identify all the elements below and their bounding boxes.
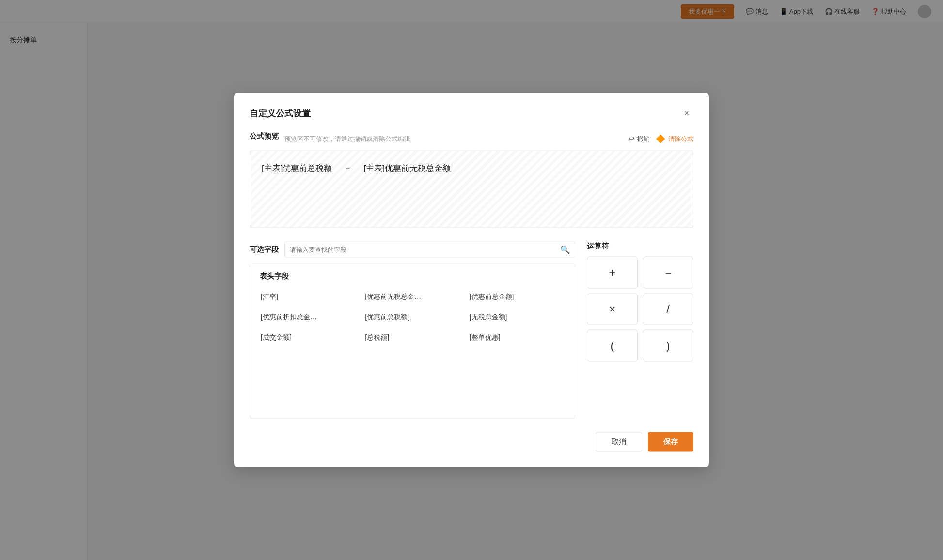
formula-preview-box: [主表]优惠前总税额 － [主表]优惠前无税总金额 <box>250 151 693 228</box>
operators-panel: 运算符 + － × / ( ) <box>587 242 693 419</box>
field-item-7[interactable]: [总税额] <box>360 327 464 348</box>
field-item-6[interactable]: [成交金额] <box>256 327 360 348</box>
formula-preview-section: 公式预览 预览区不可修改，请通过撤销或清除公式编辑 ↩ 撤销 🔶 清除公式 [主… <box>250 132 693 228</box>
field-item-2[interactable]: [优惠前总金额] <box>465 287 569 307</box>
save-button[interactable]: 保存 <box>648 432 693 452</box>
operators-grid: + － × / ( ) <box>587 257 693 362</box>
formula-token-0: [主表]优惠前总税额 <box>262 163 332 174</box>
field-item-5[interactable]: [无税总金额] <box>465 307 569 327</box>
formula-modal: 自定义公式设置 × 公式预览 预览区不可修改，请通过撤销或清除公式编辑 ↩ 撤销… <box>234 93 709 467</box>
op-minus[interactable]: － <box>643 257 693 289</box>
field-item-1[interactable]: [优惠前无税总金… <box>360 287 464 307</box>
op-right-paren[interactable]: ) <box>643 330 693 362</box>
formula-section-label: 公式预览 <box>250 132 279 141</box>
modal-footer: 取消 保存 <box>250 432 693 452</box>
modal-title: 自定义公式设置 <box>250 108 311 119</box>
search-box: 🔍 <box>284 242 575 258</box>
fields-grid: [汇率] [优惠前无税总金… [优惠前总金额] [优惠前折扣总金… [优惠前总税… <box>250 287 575 354</box>
fields-header: 可选字段 🔍 <box>250 242 575 258</box>
modal-title-row: 自定义公式设置 × <box>250 107 693 120</box>
close-button[interactable]: × <box>680 107 693 120</box>
fields-group-title: 表头字段 <box>250 264 575 287</box>
undo-icon: ↩ <box>628 134 634 143</box>
search-input[interactable] <box>290 246 556 253</box>
formula-token-2: [主表]优惠前无税总金额 <box>363 163 450 174</box>
formula-hint: 预览区不可修改，请通过撤销或清除公式编辑 <box>284 134 622 143</box>
op-divide[interactable]: / <box>643 293 693 325</box>
fields-list-container[interactable]: 表头字段 [汇率] [优惠前无税总金… [优惠前总金额] [优惠前折扣总金… [… <box>250 264 575 419</box>
operators-title: 运算符 <box>587 242 693 251</box>
undo-button[interactable]: ↩ 撤销 <box>628 134 650 143</box>
search-icon: 🔍 <box>560 245 570 254</box>
op-multiply[interactable]: × <box>587 293 638 325</box>
op-plus[interactable]: + <box>587 257 638 289</box>
field-item-8[interactable]: [整单优惠] <box>465 327 569 348</box>
op-left-paren[interactable]: ( <box>587 330 638 362</box>
clear-icon: 🔶 <box>656 134 665 143</box>
clear-formula-button[interactable]: 🔶 清除公式 <box>656 134 693 143</box>
field-item-0[interactable]: [汇率] <box>256 287 360 307</box>
field-item-4[interactable]: [优惠前总税额] <box>360 307 464 327</box>
formula-token-1: － <box>340 163 356 174</box>
fields-title: 可选字段 <box>250 245 279 254</box>
cancel-button[interactable]: 取消 <box>596 432 642 452</box>
fields-panel: 可选字段 🔍 表头字段 [汇率] [优惠前无税总金… [优惠前总金额] [优惠前… <box>250 242 575 419</box>
bottom-section: 可选字段 🔍 表头字段 [汇率] [优惠前无税总金… [优惠前总金额] [优惠前… <box>250 242 693 419</box>
formula-header: 公式预览 预览区不可修改，请通过撤销或清除公式编辑 ↩ 撤销 🔶 清除公式 <box>250 132 693 146</box>
field-item-3[interactable]: [优惠前折扣总金… <box>256 307 360 327</box>
